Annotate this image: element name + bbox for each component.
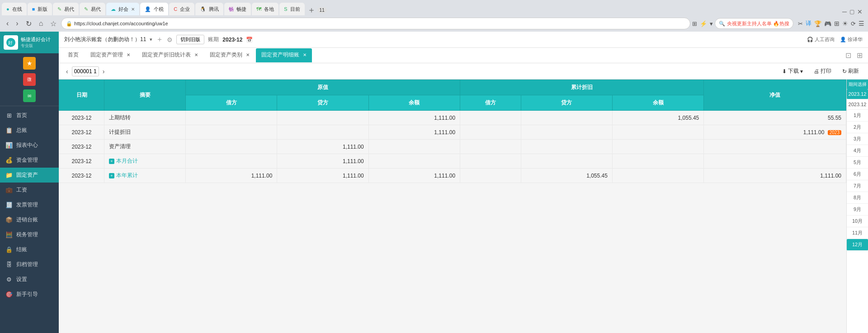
window-close[interactable]: ✕ — [857, 8, 863, 15]
col-date: 日期 — [59, 80, 104, 111]
print-button[interactable]: 🖨 打印 — [810, 66, 835, 76]
switch-version-button[interactable]: 切到旧版 — [176, 35, 204, 44]
tab-expand-button[interactable]: ⊞ — [855, 50, 864, 61]
sidebar-item-archive[interactable]: 🗄 归档管理 — [0, 257, 59, 272]
tab-fixed-assets-mgmt[interactable]: 固定资产管理 ✕ — [85, 48, 136, 62]
period-item-9[interactable]: 9月 — [847, 204, 868, 216]
browser-tab-haohui[interactable]: ☁好会✕ — [106, 3, 139, 15]
sidebar-item-guide[interactable]: 🎯 新手引导 — [0, 287, 59, 302]
home-button[interactable]: ⌂ — [36, 19, 46, 28]
sidebar-mail-icon[interactable]: ✉ — [23, 89, 36, 102]
summary-month-icon: + — [109, 159, 114, 164]
dropdown-icon[interactable]: ▾ — [710, 20, 713, 27]
period-item-11[interactable]: 11月 — [847, 227, 868, 239]
brightness-icon[interactable]: ☀ — [842, 20, 848, 27]
sidebar-weibo-icon[interactable]: 微 — [23, 73, 36, 86]
period-item-2023-12-top[interactable]: 2023.12 — [847, 89, 868, 99]
browser-tab-gedi[interactable]: 🗺各地 — [252, 3, 278, 15]
tab-close-depreciation-stats[interactable]: ✕ — [194, 52, 198, 57]
search-bar[interactable]: 🔍 央视更新主持人名单 🔥热搜 — [715, 18, 793, 29]
menu-icon[interactable]: ☰ — [859, 20, 864, 27]
sidebar-star-icon[interactable]: ★ — [23, 57, 36, 70]
sidebar-item-funds[interactable]: 💰 资金管理 — [0, 153, 59, 168]
sidebar-item-label-assets: 固定资产 — [16, 171, 38, 179]
tab-asset-category[interactable]: 固定资产类别 ✕ — [204, 48, 255, 62]
lightning-icon[interactable]: ⚡ — [700, 20, 707, 27]
browser-tab-qiye[interactable]: C企业 — [169, 3, 194, 15]
period-item-7[interactable]: 7月 — [847, 180, 868, 192]
download-button[interactable]: ⬇ 下载 ▾ — [778, 66, 807, 76]
tab-close-fixed-assets-mgmt[interactable]: ✕ — [127, 52, 130, 57]
scissors-icon[interactable]: ✂ — [798, 20, 803, 27]
period-item-2023-12-b[interactable]: 2023.12 — [847, 99, 868, 110]
window-restore[interactable]: ▢ — [849, 9, 854, 15]
browser-tab-geshui[interactable]: 👤个税 — [140, 3, 168, 15]
period-item-6[interactable]: 6月 — [847, 169, 868, 180]
apps-icon[interactable]: ⊞ — [834, 20, 840, 27]
browser-tab-online[interactable]: ●在线 — [2, 3, 27, 15]
period-item-3[interactable]: 3月 — [847, 133, 868, 145]
app-header: 刘小艳演示账套（勿删勿动！）11 ▾ ＋ ⚙ 切到旧版 账期 2023-12 📅… — [59, 32, 868, 48]
sidebar-item-reports[interactable]: 📊 报表中心 — [0, 138, 59, 153]
address-bar[interactable]: 🔒 https://cloud.chanjet.com/accounting/u… — [61, 18, 690, 29]
tab-close-asset-category[interactable]: ✕ — [246, 52, 250, 57]
game-icon[interactable]: 🎮 — [824, 20, 831, 27]
download-dropdown-icon[interactable]: ▾ — [800, 68, 803, 75]
window-minimize[interactable]: ─ — [842, 8, 847, 15]
period-item-1[interactable]: 1月 — [847, 110, 868, 122]
tab-close-asset-detail[interactable]: ✕ — [303, 52, 307, 57]
add-account-button[interactable]: ＋ — [156, 35, 163, 44]
tab-home[interactable]: 首页 — [62, 48, 84, 62]
tab-minimize-button[interactable]: ⊡ — [844, 50, 853, 61]
brand-logo: 好 — [4, 35, 18, 50]
forward-button[interactable]: › — [13, 19, 21, 28]
cell-acc-credit: 1,055.45 — [521, 169, 612, 183]
edit-period-icon[interactable]: 📅 — [246, 37, 253, 43]
browser-tab-muqian[interactable]: S目前 — [279, 3, 304, 15]
back-forward-icon[interactable]: ⟳ — [851, 20, 856, 27]
period-item-4[interactable]: 4月 — [847, 145, 868, 157]
prev-page-button[interactable]: ‹ — [64, 67, 70, 76]
period-item-5[interactable]: 5月 — [847, 157, 868, 169]
address-text: https://cloud.chanjet.com/accounting/uw1… — [74, 21, 168, 26]
translate-icon[interactable]: 译 — [806, 19, 811, 28]
browser-tab-changjie[interactable]: 畅畅捷 — [224, 3, 251, 15]
browser-tab-new[interactable]: ■新版 — [28, 3, 52, 15]
sidebar-item-payroll[interactable]: 💼 工资 — [0, 183, 59, 197]
period-item-10[interactable]: 10月 — [847, 216, 868, 227]
sidebar-item-purchase-sales[interactable]: 📦 进销台账 — [0, 212, 59, 227]
account-expand-icon[interactable]: ▾ — [150, 37, 152, 42]
sidebar-item-fixed-assets[interactable]: 📁 固定资产 — [0, 168, 59, 183]
reward-icon[interactable]: 🏆 — [814, 20, 821, 27]
browser-tab-yidai1[interactable]: ✎易代 — [53, 3, 79, 15]
period-sidebar: 期间选择 2023.12 2023.12 1月 2月 3月 4月 5月 6月 7… — [846, 80, 868, 333]
sidebar-item-general-ledger[interactable]: 📋 总账 — [0, 123, 59, 138]
new-tab-button[interactable]: ＋ — [307, 5, 316, 15]
user-avatar[interactable]: 👤 徐译华 — [840, 36, 863, 43]
table-area: 日期 摘要 原值 累计折旧 净值 借方 贷方 余额 借方 贷方 余额 — [59, 80, 868, 333]
settings-mini-icon[interactable]: ⚙ — [167, 36, 173, 43]
period-item-12[interactable]: 12月 — [847, 239, 868, 251]
toolbar-right-buttons: ⬇ 下载 ▾ 🖨 打印 ↻ 刷新 — [778, 66, 863, 76]
browser-tab-yidai2[interactable]: ✎易代 — [80, 3, 105, 15]
sidebar-item-home[interactable]: ⊞ 首页 — [0, 108, 59, 123]
help-button[interactable]: 🎧 人工咨询 — [807, 36, 835, 43]
period-item-2[interactable]: 2月 — [847, 122, 868, 133]
tab-asset-detail[interactable]: 固定资产明细账 ✕ — [256, 48, 312, 62]
cell-orig-balance: 1,111.00 — [368, 169, 460, 183]
browser-tab-tengxun[interactable]: 🐧腾讯 — [195, 3, 223, 15]
sidebar-item-settings[interactable]: ⚙ 设置 — [0, 272, 59, 287]
sidebar-item-closing[interactable]: 🔒 结账 — [0, 242, 59, 257]
bookmark-button[interactable]: ☆ — [47, 19, 59, 29]
tab-depreciation-stats[interactable]: 固定资产折旧统计表 ✕ — [137, 48, 203, 62]
next-page-button[interactable]: › — [101, 67, 107, 76]
sidebar-item-label-guide: 新手引导 — [16, 291, 38, 298]
reload-button[interactable]: ↻ — [23, 19, 34, 29]
back-button[interactable]: ‹ — [4, 19, 11, 28]
sidebar-item-tax[interactable]: 🧮 税务管理 — [0, 227, 59, 242]
sidebar-item-invoice[interactable]: 🧾 发票管理 — [0, 197, 59, 212]
cast-icon[interactable]: ⊞ — [692, 20, 697, 27]
page-input[interactable] — [72, 66, 99, 76]
period-item-8[interactable]: 8月 — [847, 192, 868, 204]
refresh-button[interactable]: ↻ 刷新 — [839, 66, 863, 76]
